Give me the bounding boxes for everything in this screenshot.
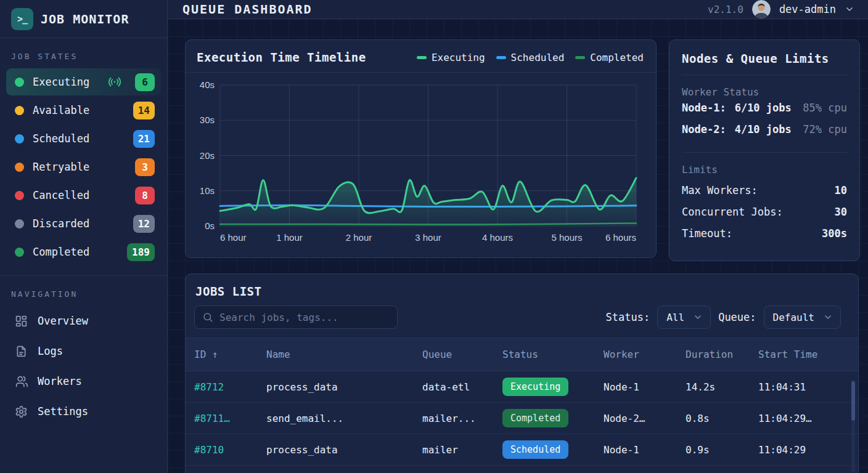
navigation-section-label: NAVIGATION [0, 276, 167, 305]
legend-label: Scheduled [511, 52, 565, 63]
worker-name: Node-1: [682, 102, 726, 114]
sidebar-state-available[interactable]: Available14 [6, 97, 161, 124]
state-dot [15, 134, 24, 144]
app-title: JOB MONITOR [41, 12, 129, 26]
main-area: QUEUE DASHBOARD v2.1.0 dev-admin Executi… [168, 0, 868, 473]
table-row[interactable]: #8710process_datamailerScheduledNode-10.… [186, 434, 858, 466]
state-dot [15, 163, 24, 172]
worker-name: Node-2: [682, 123, 726, 135]
queue-filter-select[interactable]: Default [764, 305, 841, 329]
x-tick-label: 6 hours [605, 232, 636, 243]
queue-filter-label: Queue: [718, 311, 756, 323]
state-label: Discarded [33, 217, 125, 230]
state-label: Completed [33, 246, 118, 258]
terminal-icon: >_ [11, 8, 33, 30]
sidebar-state-scheduled[interactable]: Scheduled21 [6, 125, 161, 152]
status-filter-select[interactable]: All [657, 305, 711, 329]
state-dot [15, 106, 24, 115]
job-queue: data-etl [422, 381, 502, 393]
gear-icon [15, 405, 28, 418]
x-tick-label: 6 hour [220, 232, 247, 243]
state-label: Cancelled [33, 189, 126, 201]
job-duration: 0.9s [686, 444, 758, 456]
status-filter-value: All [666, 312, 684, 323]
sidebar-state-retryable[interactable]: Retryable3 [6, 153, 161, 180]
y-tick-label: 0s [205, 220, 215, 231]
sidebar-item-workers[interactable]: Workers [6, 367, 161, 395]
chevron-down-icon [823, 312, 833, 322]
job-id: #8712 [194, 381, 266, 393]
nav-item-label: Workers [38, 375, 82, 387]
column-header-id[interactable]: ID ↑ [194, 349, 266, 360]
user-menu[interactable]: dev-admin [779, 3, 836, 15]
column-header-status[interactable]: Status [502, 349, 604, 360]
nodes-limits-card: Nodes & Queue Limits Worker Status Node-… [669, 39, 860, 261]
job-queue: mailer... [422, 413, 502, 424]
chevron-down-icon [693, 312, 703, 322]
table-row[interactable]: #8711…send_email...mailer...CompletedNod… [186, 403, 858, 434]
users-icon [15, 375, 28, 388]
column-header-worker[interactable]: Worker [604, 349, 686, 360]
x-tick-label: 2 hour [346, 232, 372, 243]
limit-value: 300s [822, 227, 847, 240]
sidebar-state-cancelled[interactable]: Cancelled8 [6, 182, 161, 209]
job-name: process_data [266, 381, 422, 393]
legend-swatch [417, 56, 427, 59]
job-name: send_email... [266, 413, 422, 424]
status-badge: Executing [502, 378, 568, 396]
nodes-divider [682, 152, 847, 153]
legend-item-completed: Completed [575, 52, 644, 63]
jobs-list-title: JOBS LIST [195, 285, 848, 298]
table-header-row: ID ↑NameQueueStatusWorkerDurationStart T… [186, 338, 858, 371]
table-row[interactable]: #8712process_datadata-etlExecutingNode-1… [186, 371, 858, 403]
job-name: process_data [266, 444, 422, 456]
workers-list: Node-1:6/10 jobs85% cpuNode-2:4/10 jobs7… [682, 102, 847, 145]
job-states-section-label: JOB STATES [0, 38, 167, 67]
chevron-down-icon[interactable] [845, 4, 854, 14]
table-body: #8712process_datadata-etlExecutingNode-1… [186, 371, 858, 466]
limit-value: 10 [835, 184, 847, 196]
worker-cpu: 72% cpu [803, 123, 847, 135]
sidebar-state-discarded[interactable]: Discarded12 [6, 210, 161, 237]
page-title: QUEUE DASHBOARD [182, 2, 313, 17]
job-queue: mailer [422, 444, 502, 456]
x-tick-label: 5 hours [551, 232, 582, 243]
file-icon [15, 345, 28, 358]
state-count-badge: 12 [133, 215, 155, 233]
sidebar-item-logs[interactable]: Logs [6, 337, 161, 365]
column-header-duration[interactable]: Duration [686, 349, 758, 360]
sidebar-item-overview[interactable]: Overview [6, 307, 161, 335]
state-dot [15, 248, 24, 257]
table-scrollbar[interactable] [851, 380, 855, 472]
table-scrollbar-thumb[interactable] [851, 381, 855, 421]
column-header-name[interactable]: Name [266, 349, 422, 360]
state-label: Scheduled [33, 132, 125, 145]
execution-timeline-card: Execution Time Timeline ExecutingSchedul… [185, 39, 657, 258]
job-start-time: 11:04:31 [758, 381, 858, 393]
app-logo: >_ JOB MONITOR [0, 0, 167, 38]
timeline-chart: 0s10s20s30s40s6 hour1 hour2 hour3 hour4 … [186, 73, 656, 257]
y-tick-label: 10s [200, 185, 215, 196]
status-badge: Scheduled [502, 440, 568, 459]
sidebar-state-executing[interactable]: Executing6 [6, 68, 161, 95]
sidebar: >_ JOB MONITOR JOB STATES Executing6Avai… [0, 0, 168, 473]
nav-item-label: Logs [38, 345, 63, 357]
nav-item-label: Settings [38, 405, 88, 418]
column-header-queue[interactable]: Queue [422, 349, 502, 360]
top-bar: QUEUE DASHBOARD v2.1.0 dev-admin [168, 0, 868, 19]
limit-row: Timeout:300s [682, 222, 847, 244]
avatar[interactable] [752, 0, 771, 18]
y-tick-label: 40s [200, 79, 215, 90]
limit-value: 30 [835, 206, 847, 218]
column-header-start-time[interactable]: Start Time [758, 349, 858, 360]
limits-list: Max Workers:10Concurrent Jobs:30Timeout:… [682, 179, 847, 244]
state-label: Available [33, 104, 125, 116]
search-input[interactable] [219, 312, 390, 323]
sidebar-state-completed[interactable]: Completed189 [6, 238, 161, 265]
sidebar-item-settings[interactable]: Settings [6, 397, 161, 426]
y-tick-label: 30s [200, 115, 215, 125]
job-status-cell: Scheduled [502, 440, 604, 459]
limit-label: Concurrent Jobs: [682, 206, 783, 218]
live-broadcast-icon [108, 75, 121, 89]
job-worker: Node-2… [604, 413, 686, 424]
